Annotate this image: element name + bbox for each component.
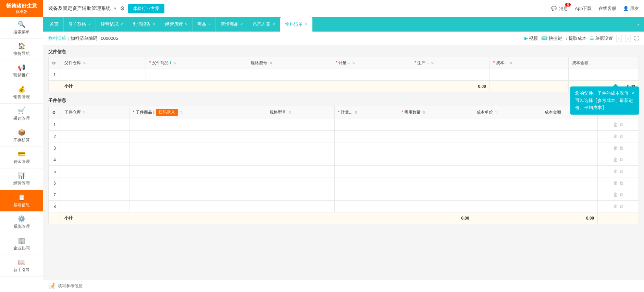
child-spec-cell[interactable]	[266, 166, 335, 177]
delete-icon[interactable]: 🗑	[613, 192, 618, 198]
sidebar-item-sales[interactable]: 💰 销售管理	[0, 82, 43, 104]
copy-icon[interactable]: ⧉	[620, 122, 623, 128]
child-required-qty-cell[interactable]	[398, 166, 473, 177]
child-cost-price-cell[interactable]	[473, 131, 541, 142]
copy-icon[interactable]: ⧉	[620, 180, 623, 186]
bom-list-link[interactable]: 物料清单	[48, 35, 66, 42]
sidebar-item-purchase[interactable]: 🛒 采购管理	[0, 104, 43, 125]
child-required-qty-cell[interactable]	[398, 177, 473, 189]
close-icon[interactable]: ×	[273, 22, 275, 27]
delete-icon[interactable]: 🗑	[613, 122, 618, 128]
close-icon[interactable]: ×	[240, 22, 243, 27]
child-spec-cell[interactable]	[266, 189, 335, 201]
child-spec-cell[interactable]	[266, 119, 335, 131]
child-product-cell[interactable]	[129, 119, 266, 131]
close-icon[interactable]: ×	[305, 22, 307, 27]
sort-icon[interactable]: ⇅	[431, 61, 434, 65]
parent-spec-cell[interactable]	[247, 69, 332, 81]
child-cost-price-cell[interactable]	[473, 189, 541, 201]
close-all-tabs-button[interactable]: ×	[634, 22, 642, 27]
delete-icon[interactable]: 🗑	[613, 180, 618, 186]
close-icon[interactable]: ×	[121, 22, 123, 27]
child-warehouse-cell[interactable]	[61, 201, 129, 212]
sidebar-item-finance[interactable]: 💳 资金管理	[0, 147, 43, 168]
child-spec-cell[interactable]	[266, 142, 335, 154]
sort-icon[interactable]: ⇅	[352, 61, 355, 65]
online-service-link[interactable]: 在线客服	[598, 5, 616, 12]
child-product-cell[interactable]	[129, 154, 266, 166]
copy-icon[interactable]: ⧉	[620, 168, 623, 174]
child-product-cell[interactable]	[129, 189, 266, 201]
extract-cost-btn[interactable]: ↓ 提取成本	[566, 35, 587, 42]
sidebar-item-operations[interactable]: 📊 经营管理	[0, 168, 43, 190]
sidebar-item-system[interactable]: ⚙️ 系统管理	[0, 212, 43, 233]
tab-customers[interactable]: 客户联络 ×	[64, 17, 96, 32]
sidebar-item-basics[interactable]: 📋 基础信息	[0, 190, 43, 212]
parent-warehouse-cell[interactable]	[61, 69, 146, 81]
child-required-qty-cell[interactable]	[398, 142, 473, 154]
child-cost-price-cell[interactable]	[473, 142, 541, 154]
child-required-qty-cell[interactable]	[398, 119, 473, 131]
child-qty-unit-cell[interactable]	[334, 154, 398, 166]
user-menu[interactable]: 👤 用友	[623, 5, 639, 12]
delete-icon[interactable]: 🗑	[613, 203, 618, 209]
copy-icon[interactable]: ⧉	[620, 192, 623, 198]
child-warehouse-cell[interactable]	[61, 189, 129, 201]
child-spec-cell[interactable]	[266, 131, 335, 142]
sort-icon[interactable]: ⇅	[510, 61, 512, 65]
child-product-cell[interactable]	[129, 177, 266, 189]
delete-icon[interactable]: 🗑	[613, 145, 618, 151]
tooltip-close-button[interactable]: ×	[631, 90, 634, 97]
tab-operations[interactable]: 经营情况 ×	[96, 17, 128, 32]
child-qty-unit-cell[interactable]	[334, 166, 398, 177]
child-cost-price-cell[interactable]	[473, 177, 541, 189]
parent-qty-unit-cell[interactable]	[332, 69, 411, 81]
child-warehouse-cell[interactable]	[61, 154, 129, 166]
tab-new-product[interactable]: 新增商品 ×	[216, 17, 248, 32]
sort-icon[interactable]: ⇅	[83, 61, 86, 65]
child-required-qty-cell[interactable]	[398, 131, 473, 142]
tab-history[interactable]: 经营历程 ×	[160, 17, 193, 32]
copy-icon[interactable]: ⧉	[620, 145, 623, 151]
tab-products[interactable]: 商品 ×	[193, 17, 216, 32]
app-download-link[interactable]: App下载	[575, 5, 592, 12]
sort-icon[interactable]: ⇅	[180, 110, 183, 114]
child-warehouse-cell[interactable]	[61, 119, 129, 131]
close-icon[interactable]: ×	[88, 22, 91, 27]
copy-icon[interactable]: ⧉	[620, 203, 623, 209]
child-warehouse-cell[interactable]	[61, 131, 129, 142]
parent-production-qty-cell[interactable]	[411, 69, 490, 81]
prev-page-button[interactable]: ‹	[616, 35, 622, 42]
child-qty-unit-cell[interactable]	[334, 201, 398, 212]
gear-icon[interactable]: ⚙	[120, 5, 125, 12]
child-cost-price-cell[interactable]	[473, 201, 541, 212]
child-qty-unit-cell[interactable]	[334, 142, 398, 154]
tab-barcode[interactable]: 条码方案 ×	[248, 17, 280, 32]
parent-product-cell[interactable]	[146, 69, 247, 81]
message-badge-wrap[interactable]: 💬 6 消息	[551, 5, 568, 12]
sort-icon[interactable]: ⇅	[83, 110, 86, 114]
child-col-settings[interactable]: ⚙	[49, 106, 61, 119]
child-spec-cell[interactable]	[266, 154, 335, 166]
child-required-qty-cell[interactable]	[398, 201, 473, 212]
sort-icon[interactable]: ⇅	[423, 110, 425, 114]
delete-icon[interactable]: 🗑	[613, 157, 618, 163]
fullscreen-icon[interactable]: ⛶	[634, 36, 639, 41]
child-warehouse-cell[interactable]	[61, 177, 129, 189]
copy-icon[interactable]: ⧉	[620, 157, 623, 163]
sort-icon[interactable]: ⇅	[355, 110, 357, 114]
sidebar-item-marketing[interactable]: 📢 营销推广	[0, 60, 43, 82]
delete-icon[interactable]: 🗑	[613, 168, 618, 174]
child-spec-cell[interactable]	[266, 201, 335, 212]
child-qty-unit-cell[interactable]	[334, 131, 398, 142]
child-warehouse-cell[interactable]	[61, 166, 129, 177]
single-settings-btn[interactable]: ☰ 单据设置	[590, 35, 613, 42]
tab-profit[interactable]: 利润报告 ×	[128, 17, 160, 32]
child-qty-unit-cell[interactable]	[334, 177, 398, 189]
try-button[interactable]: 体验行业方案	[128, 4, 164, 13]
sort-icon[interactable]: ⇅	[495, 110, 498, 114]
tab-home[interactable]: 首页	[45, 17, 64, 32]
scan-button[interactable]: 扫码录入	[156, 109, 178, 116]
sidebar-item-search[interactable]: 🔍 搜索菜单	[0, 17, 43, 39]
child-spec-cell[interactable]	[266, 177, 335, 189]
